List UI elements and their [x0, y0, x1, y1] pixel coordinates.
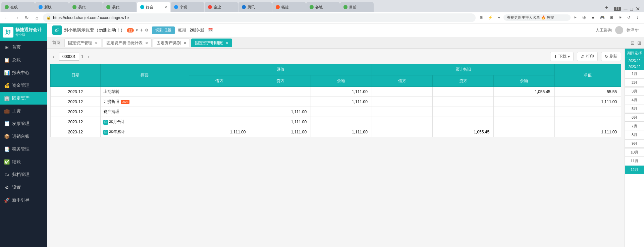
window-minimize[interactable]: ─: [624, 6, 627, 12]
browser-tab-tab7[interactable]: 企业: [205, 2, 238, 12]
sidebar-item-settings[interactable]: ⚙设置: [0, 181, 47, 194]
accum-debit-cell: [372, 107, 433, 117]
tab-depreciation-stats[interactable]: 固定资产折旧统计表 ✕: [103, 39, 152, 47]
tab-category-close[interactable]: ✕: [183, 41, 186, 45]
sidebar-item-stock[interactable]: 📦进销台账: [0, 130, 47, 143]
more-menu[interactable]: ⋮: [634, 15, 641, 20]
sidebar-item-reports[interactable]: 📊报表中心: [0, 66, 47, 79]
sidebar-item-tax[interactable]: 📑税务管理: [0, 143, 47, 156]
summary-cell: 合本年累计: [100, 127, 189, 137]
period-month-8月[interactable]: 8月: [625, 131, 644, 139]
sidebar-item-general-ledger[interactable]: 📋总账: [0, 54, 47, 66]
next-page-btn[interactable]: ›: [86, 53, 92, 60]
cut-icon[interactable]: ✂: [572, 15, 579, 20]
tab-asset-ledger[interactable]: 固定资产明细账 ✕: [191, 39, 232, 47]
sidebar-label-invoice: 发票管理: [12, 121, 30, 127]
grid-icon[interactable]: ⊞: [608, 15, 615, 20]
dropdown-icon[interactable]: ▾: [496, 15, 502, 20]
tab-favicon: [174, 5, 178, 9]
browser-tab-tab8[interactable]: 腾讯: [238, 2, 272, 12]
tab-label: 企业: [214, 5, 221, 10]
settings-icon[interactable]: ⚙: [145, 28, 149, 33]
tab-fixed-assets[interactable]: 固定资产管理 ✕: [64, 39, 101, 47]
account-name: 刘小艳演示账套（勿删勿动！）: [64, 27, 125, 33]
service-link[interactable]: 人工咨询: [596, 27, 612, 33]
calendar-icon[interactable]: 📅: [208, 28, 213, 33]
add-account-btn[interactable]: +: [140, 27, 143, 33]
browser-tab-tab10[interactable]: 各地: [306, 2, 340, 12]
period-month-5月[interactable]: 5月: [625, 105, 644, 113]
sidebar-item-fixed-assets[interactable]: 🏢固定资产: [0, 92, 47, 105]
download-icon: ⬇: [554, 54, 557, 59]
tab-ledger-close[interactable]: ✕: [226, 41, 228, 45]
window-close[interactable]: ✕: [636, 6, 640, 12]
search-btn[interactable]: 央视更新主持人名单 🔥 热搜: [503, 14, 571, 21]
address-bar[interactable]: 🔒 https://cloud.chanjet.com/accounting/u…: [43, 13, 476, 22]
period-month-11月[interactable]: 11月: [625, 157, 644, 165]
tab-favicon: [242, 5, 246, 9]
history-icon[interactable]: ↺: [625, 15, 632, 20]
tab-label: 在线: [10, 5, 18, 10]
forward-button[interactable]: →: [13, 14, 21, 22]
period-month-2月[interactable]: 2月: [625, 78, 644, 87]
browser-tab-tab1[interactable]: 在线: [1, 2, 35, 12]
page-code-input[interactable]: [59, 53, 79, 61]
new-tab-button[interactable]: +: [602, 3, 611, 12]
sidebar-item-invoice[interactable]: 🧾发票管理: [0, 117, 47, 130]
period-month-6月[interactable]: 6月: [625, 113, 644, 122]
home-button[interactable]: ⌂: [33, 14, 41, 22]
browser-tab-tab3[interactable]: 易代: [69, 2, 103, 12]
translate-icon[interactable]: 译: [580, 14, 588, 21]
sidebar-label-home: 首页: [12, 44, 21, 50]
period-month-1月[interactable]: 1月: [625, 70, 644, 78]
refresh-btn[interactable]: ↻ 刷新: [601, 52, 621, 61]
tab-ledger-label: 固定资产明细账: [195, 40, 223, 46]
sidebar-item-settle[interactable]: ✅结账: [0, 156, 47, 168]
tab-collapse-btn[interactable]: ⊡: [631, 40, 635, 46]
period-month-7月[interactable]: 7月: [625, 122, 644, 130]
window-maximize[interactable]: □: [630, 6, 633, 12]
sidebar-item-archive[interactable]: 🗂归档管理: [0, 168, 47, 181]
tab-fixed-assets-close[interactable]: ✕: [95, 41, 98, 45]
period-month-3月[interactable]: 3月: [625, 87, 644, 96]
tab-asset-category[interactable]: 固定资产类别 ✕: [153, 39, 190, 47]
back-button[interactable]: ←: [3, 14, 11, 22]
sidebar-item-funds[interactable]: 💰资金管理: [0, 79, 47, 92]
period-month-9月[interactable]: 9月: [625, 139, 644, 148]
browser-tab-tab6[interactable]: 个税: [171, 2, 204, 12]
star-icon[interactable]: ★: [589, 15, 597, 20]
tab-depreciation-close[interactable]: ✕: [145, 41, 148, 45]
browser-tab-tab11[interactable]: 目前: [340, 2, 374, 12]
switch-version-btn[interactable]: 切到旧版: [152, 26, 175, 34]
period-month-10月[interactable]: 10月: [625, 148, 644, 157]
top-bar-right: 人工咨询 徐泽华: [596, 26, 639, 34]
tab-home[interactable]: 首页: [50, 39, 63, 47]
table-row: 2023-12 合本月合计 1,111.00: [51, 117, 621, 127]
browser-tab-tab5[interactable]: 好会✕: [137, 2, 170, 12]
accum-balance-cell: [494, 97, 555, 107]
sidebar-item-salary[interactable]: 💼工资: [0, 105, 47, 117]
browser-menu-icon[interactable]: ⊞: [478, 15, 485, 20]
prev-page-btn[interactable]: ‹: [50, 53, 57, 60]
url-text: https://cloud.chanjet.com/accounting/uw1…: [53, 15, 129, 20]
sidebar-item-guide[interactable]: 🚀新手引导: [0, 194, 47, 206]
browser-tab-tab9[interactable]: 畅捷: [272, 2, 306, 12]
reload-button[interactable]: ↻: [23, 14, 31, 22]
tab-favicon: [276, 5, 280, 9]
period-month-4月[interactable]: 4月: [625, 96, 644, 104]
tab-close-btn[interactable]: ✕: [164, 5, 167, 9]
tab-expand-btn[interactable]: ⊞: [637, 40, 641, 46]
browser-tab-tab4[interactable]: 易代: [103, 2, 137, 12]
tab-label: 好会: [146, 5, 153, 10]
period-selector-header: 期间选择: [625, 49, 644, 58]
download-btn[interactable]: ⬇ 下载 ▾: [550, 52, 574, 61]
lightning-icon[interactable]: ⚡: [486, 15, 495, 20]
download-dropdown[interactable]: ▾: [568, 54, 570, 59]
browser-tab-tab2[interactable]: 新版: [35, 2, 69, 12]
brightness-icon[interactable]: ☀: [616, 15, 624, 20]
sidebar-item-home[interactable]: ⊞首页: [0, 41, 47, 54]
game-icon[interactable]: 🎮: [598, 15, 607, 20]
print-btn[interactable]: 🖨 打印: [577, 52, 598, 61]
account-dropdown[interactable]: ▾: [136, 28, 138, 33]
period-month-12月[interactable]: 12月: [625, 166, 644, 174]
